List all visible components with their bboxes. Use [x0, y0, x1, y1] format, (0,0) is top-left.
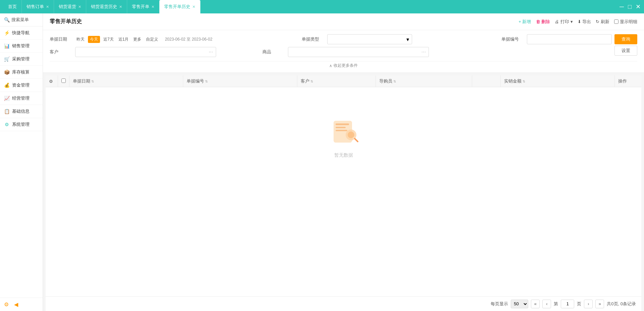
th-date-sort[interactable]: 单据日期 ⇅ [73, 78, 180, 84]
filter-date-buttons: 昨天 今天 近7天 近1月 更多 自定义 [75, 36, 159, 43]
display-detail-checkbox[interactable] [614, 19, 618, 24]
total-text: 共0页, 0条记录 [607, 301, 636, 307]
sidebar-settings-btn[interactable]: ⚙ [4, 301, 9, 308]
sidebar: 🔍 搜索菜单 ⚡ 快捷导航 📊 销售管理 🛒 采购管理 📦 库存核算 💰 资金管… [0, 13, 43, 311]
purchase-icon: 🛒 [4, 56, 9, 62]
svg-point-6 [348, 132, 354, 138]
number-sort-icon: ⇅ [205, 80, 208, 83]
operations-icon: 📈 [4, 96, 9, 101]
svg-line-7 [355, 139, 358, 142]
date-btn-custom[interactable]: 自定义 [145, 36, 159, 43]
customer-select[interactable]: ··· [75, 47, 216, 57]
window-min-button[interactable]: ─ [620, 3, 624, 10]
prev-page-button[interactable]: ‹ [542, 300, 551, 308]
print-dropdown-icon[interactable]: ▾ [571, 19, 573, 24]
goods-select[interactable]: ··· [288, 47, 429, 57]
th-guide[interactable]: 导购员 ⇅ [376, 75, 472, 87]
window-max-button[interactable]: □ [628, 3, 632, 10]
sidebar-item-system[interactable]: ⚙ 系统管理 [0, 118, 43, 131]
delete-button[interactable]: 🗑 删除 [536, 19, 550, 25]
sidebar-item-inventory[interactable]: 📦 库存核算 [0, 66, 43, 79]
prev-page-icon: ‹ [546, 301, 547, 306]
tab-close-sales-return-history[interactable]: ✕ [119, 5, 122, 9]
sidebar-item-basic-info[interactable]: 📋 基础信息 [0, 105, 43, 118]
th-customer-sort[interactable]: 客户 ⇅ [301, 78, 372, 84]
tab-sales-order[interactable]: 销售订单 ✕ [22, 0, 54, 13]
sidebar-item-operations[interactable]: 📈 经营管理 [0, 92, 43, 105]
sales-icon: 📊 [4, 43, 9, 49]
number-label: 单据编号 [501, 36, 522, 42]
th-date[interactable]: 单据日期 ⇅ [69, 75, 183, 87]
th-settings[interactable]: ⚙ [46, 75, 58, 87]
date-btn-7days[interactable]: 近7天 [102, 36, 115, 43]
goods-dots[interactable]: ··· [421, 49, 426, 55]
content-area: 零售开单历史 + 新增 🗑 删除 🖨 打印 ▾ ⬇ 导出 ↻ 刷新 [43, 13, 644, 311]
svg-rect-3 [336, 127, 346, 128]
customer-label: 客户 [50, 49, 70, 55]
empty-text: 暂无数据 [334, 152, 353, 158]
empty-icon [327, 114, 360, 148]
select-all-checkbox[interactable] [61, 79, 66, 83]
type-select[interactable]: ▾ [327, 34, 412, 44]
date-btn-today[interactable]: 今天 [88, 36, 100, 43]
tab-home[interactable]: 首页 [3, 0, 22, 13]
th-customer[interactable]: 客户 ⇅ [297, 75, 376, 87]
tab-close-retail-history[interactable]: ✕ [192, 5, 195, 9]
sidebar-item-purchase[interactable]: 🛒 采购管理 [0, 53, 43, 66]
filter-area: 单据日期 昨天 今天 近7天 近1月 更多 自定义 2023-06-02 至 2… [43, 30, 644, 73]
tab-close-retail-order[interactable]: ✕ [151, 5, 154, 9]
svg-rect-2 [336, 123, 349, 125]
next-page-icon: › [588, 301, 589, 306]
sidebar-search[interactable]: 🔍 搜索菜单 [0, 13, 43, 27]
window-close-button[interactable]: ✕ [636, 3, 641, 10]
page-of-label: 页 [577, 301, 581, 307]
th-number-sort[interactable]: 单据编号 ⇅ [187, 78, 294, 84]
data-table: ⚙ 单据日期 ⇅ 单据编号 [46, 75, 641, 185]
quicknav-icon: ⚡ [4, 30, 9, 36]
table-settings-icon[interactable]: ⚙ [49, 79, 53, 84]
add-button[interactable]: + 新增 [518, 19, 531, 25]
table-header: ⚙ 单据日期 ⇅ 单据编号 [46, 75, 641, 87]
th-number[interactable]: 单据编号 ⇅ [183, 75, 297, 87]
svg-rect-4 [336, 130, 347, 131]
number-input[interactable] [527, 34, 612, 44]
date-btn-more[interactable]: 更多 [132, 36, 143, 43]
th-guide-sort[interactable]: 导购员 ⇅ [379, 78, 468, 84]
tab-retail-order[interactable]: 零售开单 ✕ [127, 0, 159, 13]
display-detail-checkbox-wrapper[interactable]: 显示明细 [614, 19, 637, 25]
print-button[interactable]: 🖨 打印 ▾ [555, 19, 573, 25]
th-amount[interactable]: 实销金额 ⇅ [500, 75, 614, 87]
sidebar-collapse-btn[interactable]: ◀ [14, 301, 18, 308]
customer-dots[interactable]: ··· [209, 49, 213, 55]
th-amount-sort[interactable]: 实销金额 ⇅ [504, 78, 611, 84]
export-button[interactable]: ⬇ 导出 [578, 19, 591, 25]
date-btn-yesterday[interactable]: 昨天 [75, 36, 86, 43]
collapse-bar: ∧ 收起更多条件 [50, 61, 637, 70]
pagination-bar: 每页显示 50 10 20 100 « ‹ 第 页 › » 共0页, 0条记录 [46, 296, 641, 311]
collapse-button[interactable]: ∧ 收起更多条件 [329, 63, 358, 68]
header-actions: + 新增 🗑 删除 🖨 打印 ▾ ⬇ 导出 ↻ 刷新 显示明细 [518, 19, 637, 25]
query-button[interactable]: 查询 [614, 34, 637, 44]
first-page-button[interactable]: « [531, 300, 540, 308]
top-bar: 首页 销售订单 ✕ 销货退货 ✕ 销货退货历史 ✕ 零售开单 ✕ 零售开单历史 … [0, 0, 644, 13]
filter-section: 单据日期 昨天 今天 近7天 近1月 更多 自定义 2023-06-02 至 2… [50, 34, 637, 60]
sidebar-item-sales[interactable]: 📊 销售管理 [0, 40, 43, 53]
th-checkbox[interactable] [58, 75, 69, 87]
last-page-icon: » [599, 301, 601, 306]
last-page-button[interactable]: » [595, 300, 604, 308]
next-page-button[interactable]: › [584, 300, 593, 308]
page-number-input[interactable] [561, 300, 574, 308]
tab-close-sales-return[interactable]: ✕ [78, 5, 81, 9]
tab-sales-return-history[interactable]: 销货退货历史 ✕ [86, 0, 127, 13]
per-page-select[interactable]: 50 10 20 100 [511, 300, 528, 308]
type-label: 单据类型 [302, 36, 322, 42]
tab-close-sales-order[interactable]: ✕ [46, 5, 49, 9]
tab-sales-return[interactable]: 销货退货 ✕ [54, 0, 86, 13]
sidebar-item-finance[interactable]: 💰 资金管理 [0, 79, 43, 92]
tab-retail-history[interactable]: 零售开单历史 ✕ [159, 0, 200, 13]
sidebar-item-quicknav[interactable]: ⚡ 快捷导航 [0, 27, 43, 40]
filter-row-1: 单据日期 昨天 今天 近7天 近1月 更多 自定义 2023-06-02 至 2… [50, 34, 612, 44]
date-btn-1month[interactable]: 近1月 [117, 36, 130, 43]
refresh-button[interactable]: ↻ 刷新 [596, 19, 609, 25]
settings-button[interactable]: 设置 [614, 46, 637, 56]
